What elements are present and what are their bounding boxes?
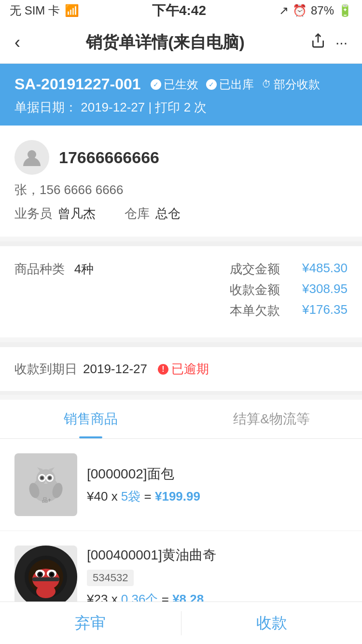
- bottom-actions: 弃审 收款: [0, 602, 362, 644]
- warehouse-item: 仓库 总仓: [125, 205, 181, 222]
- overdue-dot-icon: !: [158, 364, 168, 375]
- cancel-button[interactable]: 弃审: [0, 602, 181, 644]
- carrier-label: 无 SIM 卡: [10, 3, 60, 18]
- tab-sales-products[interactable]: 销售商品: [0, 400, 181, 438]
- customer-name: 17666666666: [59, 148, 159, 167]
- customer-section: 17666666666 张，156 6666 6666 业务员 曾凡杰 仓库 总…: [0, 126, 362, 237]
- product-equals-bread: =: [144, 489, 155, 504]
- customer-meta: 业务员 曾凡杰 仓库 总仓: [14, 205, 348, 222]
- product-name-cookie: [000400001]黄油曲奇: [87, 546, 348, 564]
- salesman-label: 业务员: [14, 205, 52, 222]
- product-info-bread: [0000002]面包 ¥40 x 5袋 = ¥199.99: [87, 465, 348, 505]
- share-button[interactable]: [310, 33, 326, 52]
- check-icon-2: ✓: [206, 79, 217, 90]
- svg-rect-25: [32, 577, 59, 581]
- product-multiply-bread: x: [111, 489, 121, 504]
- overdue-badge: ! 已逾期: [158, 361, 209, 378]
- svg-point-23: [39, 573, 42, 576]
- salesman-value: 曾凡杰: [58, 205, 96, 222]
- salesman-item: 业务员 曾凡杰: [14, 205, 96, 222]
- deal-amount-value: ¥485.30: [290, 261, 348, 278]
- check-icon-1: ✓: [151, 79, 161, 90]
- more-button[interactable]: ···: [335, 34, 348, 51]
- svg-point-8: [41, 476, 43, 479]
- warehouse-label: 仓库: [125, 205, 150, 222]
- product-thumb-cookie: [14, 546, 77, 608]
- wifi-icon: 📶: [65, 4, 79, 17]
- product-price-bread: ¥40 x 5袋 = ¥199.99: [87, 488, 348, 505]
- debt-value: ¥176.35: [290, 302, 348, 319]
- order-header: SA-20191227-001 ✓ 已生效 ✓ 已出库 ⏱ 部分收款 单据日期：…: [0, 64, 362, 126]
- cookie-logo-icon: [14, 546, 77, 608]
- due-date: 2019-12-27: [83, 362, 147, 377]
- product-base-price-bread: ¥40: [87, 489, 108, 504]
- products-section: 品+ [0000002]面包 ¥40 x 5袋 = ¥199.99: [0, 439, 362, 623]
- product-tag-cookie: 534532: [87, 570, 134, 586]
- svg-point-9: [48, 476, 51, 479]
- status-bar: 无 SIM 卡 📶 下午4:42 ↗ ⏰ 87% 🔋: [0, 0, 362, 21]
- confirm-button[interactable]: 收款: [181, 602, 362, 644]
- overdue-text: 已逾期: [171, 361, 209, 378]
- warehouse-value: 总仓: [155, 205, 181, 222]
- due-section: 收款到期日 2019-12-27 ! 已逾期: [0, 347, 362, 395]
- category-value: 4种: [74, 262, 94, 276]
- order-header-top: SA-20191227-001 ✓ 已生效 ✓ 已出库 ⏱ 部分收款: [14, 75, 348, 93]
- deal-amount-label: 成交金额: [230, 261, 280, 278]
- tab-settlement[interactable]: 结算&物流等: [181, 400, 362, 438]
- page-title: 销货单详情(来自电脑): [86, 31, 245, 54]
- stats-section: 商品种类 4种 成交金额 ¥485.30 收款金额 ¥308.95 本单欠款 ¥…: [0, 246, 362, 337]
- svg-text:品+: 品+: [42, 497, 51, 504]
- status-partial: ⏱ 部分收款: [262, 77, 320, 92]
- collected-value: ¥308.95: [290, 281, 348, 298]
- stats-right: 成交金额 ¥485.30 收款金额 ¥308.95 本单欠款 ¥176.35: [230, 261, 348, 323]
- status-badges: ✓ 已生效 ✓ 已出库 ⏱ 部分收款: [151, 77, 320, 92]
- customer-row: 17666666666: [14, 140, 348, 175]
- status-shipped: ✓ 已出库: [206, 77, 254, 92]
- due-label: 收款到期日: [14, 361, 77, 378]
- category-label: 商品种类: [14, 262, 65, 276]
- product-item-bread: 品+ [0000002]面包 ¥40 x 5袋 = ¥199.99: [0, 439, 362, 531]
- clock-icon: ⏱: [262, 79, 271, 90]
- alarm-icon: ⏰: [292, 4, 307, 17]
- customer-sub: 张，156 6666 6666: [14, 182, 348, 198]
- back-button[interactable]: ‹: [14, 32, 20, 53]
- time-label: 下午4:42: [152, 1, 206, 20]
- status-bar-right: ↗ ⏰ 87% 🔋: [279, 4, 352, 17]
- product-info-cookie: [000400001]黄油曲奇 534532 ¥23 x 0.36个 = ¥8.…: [87, 546, 348, 608]
- debt-row: 本单欠款 ¥176.35: [230, 302, 348, 319]
- order-date: 单据日期： 2019-12-27 | 打印 2 次: [14, 99, 348, 116]
- product-total-bread: ¥199.99: [155, 489, 200, 504]
- nav-bar: ‹ 销货单详情(来自电脑) ···: [0, 21, 362, 64]
- product-thumb-bread: 品+: [14, 453, 77, 516]
- separator-1: [0, 241, 362, 246]
- battery-label: 87%: [311, 4, 334, 17]
- stats-row: 商品种类 4种 成交金额 ¥485.30 收款金额 ¥308.95 本单欠款 ¥…: [14, 261, 348, 323]
- svg-point-24: [50, 573, 53, 576]
- battery-icon: 🔋: [338, 4, 352, 17]
- avatar: [14, 140, 49, 175]
- status-bar-left: 无 SIM 卡 📶: [10, 3, 79, 18]
- tabs: 销售商品 结算&物流等: [0, 400, 362, 439]
- product-name-bread: [0000002]面包: [87, 465, 348, 483]
- status-active: ✓ 已生效: [151, 77, 198, 92]
- debt-label: 本单欠款: [230, 302, 280, 319]
- product-qty-bread: 5袋: [121, 489, 140, 504]
- svg-point-26: [36, 585, 56, 598]
- order-id: SA-20191227-001: [14, 75, 141, 93]
- collected-label: 收款金额: [230, 281, 280, 298]
- deal-amount-row: 成交金额 ¥485.30: [230, 261, 348, 278]
- location-icon: ↗: [279, 4, 289, 17]
- owl-icon: 品+: [14, 453, 77, 516]
- nav-actions: ···: [310, 33, 348, 52]
- collected-row: 收款金额 ¥308.95: [230, 281, 348, 298]
- separator-2: [0, 342, 362, 347]
- stats-left: 商品种类 4种: [14, 261, 94, 278]
